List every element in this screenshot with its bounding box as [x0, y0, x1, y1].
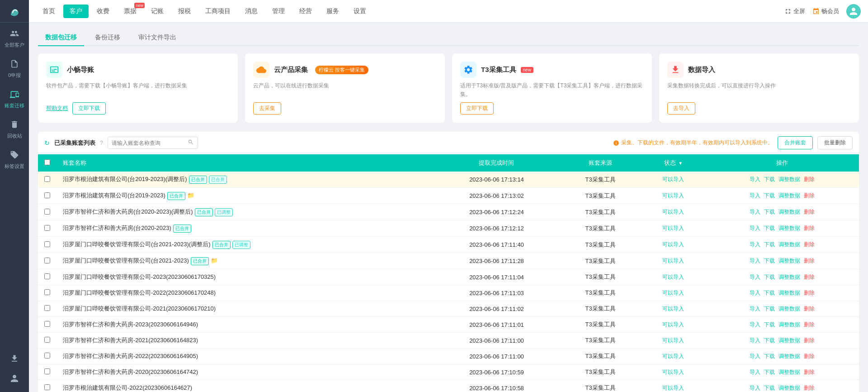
topnav-service[interactable]: 服务	[320, 5, 345, 18]
refresh-icon[interactable]: ↻	[44, 139, 50, 147]
delete-btn[interactable]: 删除	[804, 321, 815, 328]
download-btn[interactable]: 下载	[764, 209, 775, 215]
topnav-invoice[interactable]: 票据 new	[118, 5, 143, 18]
adjust-data-btn[interactable]: 调整数据	[778, 241, 800, 248]
delete-btn[interactable]: 删除	[804, 369, 815, 375]
row-checkbox[interactable]	[44, 353, 50, 359]
delete-btn[interactable]: 删除	[804, 337, 815, 344]
adjust-data-btn[interactable]: 调整数据	[778, 337, 800, 344]
import-btn[interactable]: 导入	[750, 337, 760, 344]
import-btn[interactable]: 导入	[750, 385, 760, 391]
xiao-chang-download-btn[interactable]: 立即下载	[72, 102, 106, 115]
adjust-data-btn[interactable]: 调整数据	[778, 306, 800, 312]
adjust-data-btn[interactable]: 调整数据	[778, 176, 800, 182]
tab-data-migration[interactable]: 数据包迁移	[38, 30, 84, 46]
adjust-data-btn[interactable]: 调整数据	[778, 321, 800, 328]
adjust-data-btn[interactable]: 调整数据	[778, 369, 800, 375]
go-import-btn[interactable]: 去导入	[667, 102, 695, 115]
sidebar-item-account-migration[interactable]: 账套迁移	[0, 83, 29, 114]
row-checkbox[interactable]	[44, 368, 50, 374]
import-btn[interactable]: 导入	[750, 306, 760, 312]
download-btn[interactable]: 下载	[764, 353, 775, 359]
download-btn[interactable]: 下载	[764, 176, 775, 182]
delete-btn[interactable]: 删除	[804, 225, 815, 231]
import-btn[interactable]: 导入	[750, 290, 760, 296]
download-btn[interactable]: 下载	[764, 258, 775, 264]
adjust-data-btn[interactable]: 调整数据	[778, 192, 800, 199]
fullscreen-btn[interactable]: 全屏	[784, 7, 805, 15]
delete-btn[interactable]: 删除	[804, 274, 815, 280]
row-checkbox[interactable]	[44, 273, 50, 279]
download-btn[interactable]: 下载	[764, 192, 775, 199]
topnav-customer[interactable]: 客户	[63, 5, 89, 18]
delete-btn[interactable]: 删除	[804, 290, 815, 296]
row-checkbox[interactable]	[44, 305, 50, 311]
row-checkbox[interactable]	[44, 337, 50, 343]
row-checkbox[interactable]	[44, 192, 50, 198]
row-checkbox[interactable]	[44, 321, 50, 327]
sidebar-item-zero-report[interactable]: 0申报	[0, 53, 29, 83]
adjust-data-btn[interactable]: 调整数据	[778, 209, 800, 215]
user-avatar[interactable]	[846, 4, 861, 19]
download-btn[interactable]: 下载	[764, 337, 775, 344]
topnav-settings[interactable]: 设置	[347, 5, 373, 18]
help-doc-link[interactable]: 帮助文档	[46, 105, 68, 112]
import-btn[interactable]: 导入	[750, 258, 760, 264]
import-btn[interactable]: 导入	[750, 321, 760, 328]
import-btn[interactable]: 导入	[750, 274, 760, 280]
download-btn[interactable]: 下载	[764, 306, 775, 312]
search-input[interactable]	[108, 138, 184, 148]
download-btn[interactable]: 下载	[764, 225, 775, 231]
download-btn[interactable]: 下载	[764, 385, 775, 391]
import-btn[interactable]: 导入	[750, 176, 760, 182]
cloud-collect-btn[interactable]: 去采集	[253, 102, 281, 115]
adjust-data-btn[interactable]: 调整数据	[778, 385, 800, 391]
status-sort-icon[interactable]: ▼	[678, 161, 683, 166]
adjust-data-btn[interactable]: 调整数据	[778, 225, 800, 231]
delete-btn[interactable]: 删除	[804, 306, 815, 312]
t3-download-btn[interactable]: 立即下载	[460, 102, 494, 115]
import-btn[interactable]: 导入	[750, 241, 760, 248]
import-btn[interactable]: 导入	[750, 192, 760, 199]
topnav-operation[interactable]: 经营	[293, 5, 318, 18]
sidebar-user-btn[interactable]	[0, 369, 29, 387]
delete-btn[interactable]: 删除	[804, 353, 815, 359]
topnav-business[interactable]: 工商项目	[199, 5, 237, 18]
member-btn[interactable]: 畅会员	[812, 7, 839, 15]
row-checkbox[interactable]	[44, 384, 50, 390]
import-btn[interactable]: 导入	[750, 369, 760, 375]
topnav-manage[interactable]: 管理	[266, 5, 291, 18]
row-checkbox[interactable]	[44, 176, 50, 182]
sidebar-item-tag-settings[interactable]: 标签设置	[0, 144, 29, 174]
sidebar-item-recycle[interactable]: 回收站	[0, 114, 29, 144]
row-checkbox[interactable]	[44, 258, 50, 263]
topnav-bookkeeping[interactable]: 记账	[145, 5, 170, 18]
merge-btn[interactable]: 合并账套	[778, 136, 813, 149]
row-checkbox[interactable]	[44, 225, 50, 231]
adjust-data-btn[interactable]: 调整数据	[778, 258, 800, 264]
download-btn[interactable]: 下载	[764, 241, 775, 248]
delete-btn[interactable]: 删除	[804, 209, 815, 215]
adjust-data-btn[interactable]: 调整数据	[778, 290, 800, 296]
import-btn[interactable]: 导入	[750, 225, 760, 231]
adjust-data-btn[interactable]: 调整数据	[778, 274, 800, 280]
download-btn[interactable]: 下载	[764, 321, 775, 328]
adjust-data-btn[interactable]: 调整数据	[778, 353, 800, 359]
sidebar-item-all-customer[interactable]: 全部客户	[0, 23, 29, 53]
topnav-home[interactable]: 首页	[36, 5, 61, 18]
download-btn[interactable]: 下载	[764, 274, 775, 280]
delete-btn[interactable]: 删除	[804, 192, 815, 199]
delete-btn[interactable]: 删除	[804, 176, 815, 182]
download-btn[interactable]: 下载	[764, 369, 775, 375]
topnav-billing[interactable]: 收费	[90, 5, 116, 18]
row-checkbox[interactable]	[44, 209, 50, 215]
help-icon[interactable]: ?	[100, 140, 103, 146]
delete-btn[interactable]: 删除	[804, 385, 815, 391]
delete-btn[interactable]: 删除	[804, 241, 815, 248]
row-checkbox[interactable]	[44, 241, 50, 247]
row-checkbox[interactable]	[44, 289, 50, 295]
select-all-checkbox[interactable]	[44, 159, 50, 165]
tab-backup-migration[interactable]: 备份迁移	[88, 30, 127, 46]
tab-audit-export[interactable]: 审计文件导出	[131, 30, 184, 46]
import-btn[interactable]: 导入	[750, 353, 760, 359]
